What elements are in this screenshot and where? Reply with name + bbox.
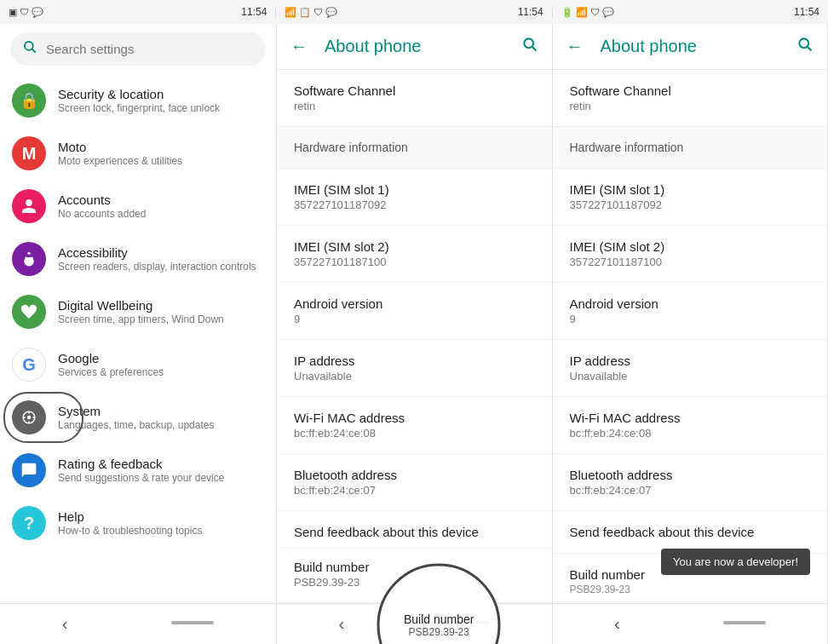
imei2-title-m: IMEI (SIM slot 2)	[294, 239, 535, 254]
msg-icon-mid: 💬	[325, 7, 337, 18]
build-number-value-m: PSB29.39-23	[294, 576, 369, 589]
google-text: Google Services & preferences	[58, 351, 264, 378]
system-subtitle: Languages, time, backup, updates	[58, 419, 264, 431]
bluetooth-value-r: bc:ff:eb:24:ce:07	[570, 484, 811, 497]
help-text: Help How-to & troubleshooting topics	[58, 509, 264, 537]
sidebar-item-accounts[interactable]: Accounts No accounts added	[0, 180, 276, 233]
google-icon: G	[12, 348, 46, 382]
software-channel-right[interactable]: Software Channel retin	[553, 70, 828, 127]
help-icon: ?	[12, 506, 46, 540]
imei2-value-r: 357227101187100	[570, 256, 811, 268]
ip-address-right[interactable]: IP address Unavailable	[553, 340, 828, 397]
sidebar-item-accessibility[interactable]: Accessibility Screen readers, display, i…	[0, 233, 276, 285]
nav-back-btn-mid[interactable]: ‹	[338, 614, 344, 634]
build-number-middle[interactable]: Build number PSB29.39-23 Build number PS…	[277, 549, 552, 603]
imei1-value-m: 357227101187092	[294, 198, 535, 211]
search-icon	[22, 39, 37, 59]
bluetooth-middle[interactable]: Bluetooth address bc:ff:eb:24:ce:07	[277, 454, 552, 511]
security-text: Security & location Screen lock, fingerp…	[58, 87, 264, 114]
about-header-right: ← About phone	[553, 24, 828, 70]
accounts-title: Accounts	[58, 193, 264, 207]
help-subtitle: How-to & troubleshooting topics	[58, 525, 264, 537]
sidebar-item-moto[interactable]: M Moto Moto experiences & utilities	[0, 127, 276, 180]
imei1-middle[interactable]: IMEI (SIM slot 1) 357227101187092	[277, 169, 552, 226]
wifi-mac-right[interactable]: Wi-Fi MAC address bc:ff:eb:24:ce:08	[553, 397, 828, 454]
back-button-middle[interactable]: ←	[290, 37, 308, 56]
rating-text: Rating & feedback Send suggestions & rat…	[58, 457, 264, 484]
security-title: Security & location	[58, 87, 264, 101]
battery-icon: 🔋	[561, 7, 573, 18]
shield-icon-mid: 🛡	[313, 7, 323, 17]
about-title-right: About phone	[601, 37, 797, 56]
about-header-middle: ← About phone	[277, 24, 552, 70]
ip-address-middle[interactable]: IP address Unavailable	[277, 340, 552, 397]
nav-back-btn[interactable]: ‹	[62, 614, 68, 634]
send-feedback-right[interactable]: Send feedback about this device	[553, 511, 828, 554]
wifi-mac-title-r: Wi-Fi MAC address	[570, 411, 811, 425]
imei2-middle[interactable]: IMEI (SIM slot 2) 357227101187100	[277, 226, 552, 283]
software-channel-title-r: Software Channel	[570, 83, 811, 98]
accessibility-title: Accessibility	[58, 245, 264, 260]
accessibility-text: Accessibility Screen readers, display, i…	[58, 245, 264, 273]
status-time-mid: 11:54	[518, 6, 543, 18]
sidebar-item-system[interactable]: System Languages, time, backup, updates	[0, 391, 276, 444]
digitalwellbeing-title: Digital Wellbeing	[58, 298, 264, 313]
shield-icon: 🛡	[20, 7, 29, 17]
notification-icon: ▣	[9, 7, 17, 18]
nav-home-indicator-right	[723, 621, 766, 624]
build-number-value-r: PSB29.39-23	[570, 584, 811, 595]
about-title-middle: About phone	[325, 37, 521, 56]
status-time-right: 11:54	[794, 6, 819, 18]
svg-point-2	[27, 252, 30, 255]
software-channel-middle[interactable]: Software Channel retin	[277, 70, 552, 127]
wifi-mac-title-m: Wi-Fi MAC address	[294, 411, 535, 425]
google-title: Google	[58, 351, 264, 365]
imei2-right[interactable]: IMEI (SIM slot 2) 357227101187100	[553, 226, 828, 283]
search-input[interactable]	[46, 42, 254, 56]
send-feedback-middle[interactable]: Send feedback about this device	[277, 511, 552, 549]
nav-back-btn-right[interactable]: ‹	[614, 614, 620, 634]
sidebar-item-help[interactable]: ? Help How-to & troubleshooting topics	[0, 497, 276, 549]
software-channel-title-m: Software Channel	[294, 83, 535, 98]
about-panel-middle: ← About phone Software Channel retin Har…	[277, 24, 553, 644]
ip-address-value-m: Unavailable	[294, 370, 535, 382]
search-bar[interactable]	[10, 32, 266, 66]
search-button-middle[interactable]	[521, 36, 538, 57]
ip-address-title-m: IP address	[294, 354, 535, 368]
android-version-middle[interactable]: Android version 9	[277, 283, 552, 340]
build-number-right[interactable]: Build number PSB29.39-23 You are now a d…	[553, 554, 828, 610]
back-button-right[interactable]: ←	[566, 37, 584, 56]
sidebar-item-security[interactable]: 🔒 Security & location Screen lock, finge…	[0, 74, 276, 127]
signal-icon-right: 📶	[576, 7, 588, 18]
sidebar-item-digitalwellbeing[interactable]: Digital Wellbeing Screen time, app timer…	[0, 285, 276, 338]
send-feedback-title-m: Send feedback about this device	[294, 525, 535, 539]
imei1-value-r: 357227101187092	[570, 198, 811, 211]
bluetooth-value-m: bc:ff:eb:24:ce:07	[294, 484, 535, 497]
android-version-value-r: 9	[570, 313, 811, 325]
build-circle-title: Build number	[404, 612, 474, 626]
main-content: 🔒 Security & location Screen lock, finge…	[0, 24, 828, 644]
imei1-title-m: IMEI (SIM slot 1)	[294, 182, 535, 197]
software-channel-value-m: retin	[294, 100, 535, 112]
imei2-value-m: 357227101187100	[294, 256, 535, 268]
status-section-middle: 📶 📋 🛡 💬 11:54	[275, 6, 552, 18]
accessibility-icon	[12, 242, 46, 276]
sidebar-item-google[interactable]: G Google Services & preferences	[0, 338, 276, 391]
android-version-right[interactable]: Android version 9	[553, 283, 828, 340]
security-icon: 🔒	[12, 83, 46, 118]
status-bar: ▣ 🛡 💬 11:54 📶 📋 🛡 💬 11:54 🔋 📶 🛡 💬 11:54	[0, 0, 828, 24]
moto-icon: M	[12, 136, 46, 170]
shield-icon-right: 🛡	[590, 7, 600, 17]
hardware-info-middle: Hardware information	[277, 127, 552, 169]
build-number-title-m: Build number	[294, 560, 369, 574]
imei1-right[interactable]: IMEI (SIM slot 1) 357227101187092	[553, 169, 828, 226]
google-subtitle: Services & preferences	[58, 366, 264, 378]
bluetooth-right[interactable]: Bluetooth address bc:ff:eb:24:ce:07	[553, 454, 828, 511]
sidebar-item-rating[interactable]: Rating & feedback Send suggestions & rat…	[0, 444, 276, 497]
status-time-left: 11:54	[241, 6, 267, 18]
sim-icon: 📋	[299, 7, 311, 18]
hardware-info-title-m: Hardware information	[294, 141, 535, 154]
android-version-title-r: Android version	[570, 296, 811, 311]
search-button-right[interactable]	[796, 36, 814, 57]
wifi-mac-middle[interactable]: Wi-Fi MAC address bc:ff:eb:24:ce:08	[277, 397, 552, 454]
